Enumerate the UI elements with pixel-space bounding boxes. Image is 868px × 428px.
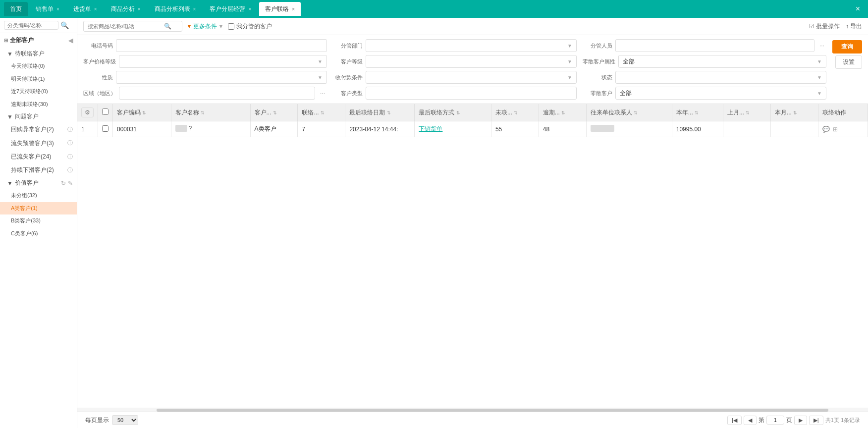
sidebar-all-customers[interactable]: ⊞ 全部客户 ◀ (0, 33, 77, 48)
column-settings-btn[interactable]: ⚙ (81, 107, 94, 117)
collapse-icon[interactable]: ◀ (68, 37, 73, 44)
tab-sales[interactable]: 销售单 × (30, 2, 65, 16)
select-all-checkbox[interactable] (102, 108, 108, 115)
filter-customer-type-select[interactable] (366, 87, 577, 100)
col-last-month-sort[interactable]: ⇅ (746, 110, 750, 115)
filter-price-level-select[interactable]: ▼ (119, 55, 327, 68)
prev-page-btn[interactable]: ◀ (744, 416, 757, 425)
filter-manager-dots[interactable]: ··· (817, 42, 826, 49)
filter-customer-level-select[interactable]: ▼ (366, 55, 577, 68)
sidebar-item-class-b[interactable]: B类客户(33) (0, 214, 77, 227)
query-button[interactable]: 查询 (832, 40, 862, 54)
filter-status-arrow: ▼ (817, 75, 822, 80)
tab-customer-contact[interactable]: 客户联络 × (259, 2, 301, 16)
col-no-contact: 未联... ⇅ (491, 104, 539, 121)
filter-retail-customer-select[interactable]: 全部 ▼ (615, 87, 826, 100)
col-last-contact-method-sort[interactable]: ⇅ (456, 110, 460, 115)
row-contact-cell: 7 (298, 121, 345, 137)
filter-payment-select[interactable]: ▼ (366, 71, 577, 84)
group-problem-customers[interactable]: ▼ 问题客户 (0, 110, 77, 123)
page-size-area: 每页显示 50 20 100 (85, 415, 138, 425)
sidebar-item-overdue-pending[interactable]: 逾期未联络(30) (0, 98, 77, 111)
last-page-btn[interactable]: ▶| (809, 416, 823, 425)
filter-phone-input[interactable] (116, 39, 327, 52)
col-type-sort[interactable]: ⇅ (273, 110, 277, 115)
filter-dept-select[interactable]: ▼ (366, 39, 577, 52)
first-page-btn[interactable]: |◀ (727, 416, 742, 425)
filter-retail-customer-arrow: ▼ (817, 91, 822, 96)
col-no-contact-sort[interactable]: ⇅ (514, 110, 518, 115)
row-checkbox[interactable] (102, 125, 108, 132)
edit-icon[interactable]: ✎ (68, 180, 73, 187)
col-contact-person-sort[interactable]: ⇅ (634, 110, 638, 115)
row-last-contact-method-value[interactable]: 下销货单 (419, 125, 442, 132)
window-close-button[interactable]: × (852, 4, 864, 13)
tab-analysis[interactable]: 商品分析 × (105, 2, 147, 16)
main-search-input[interactable] (88, 23, 162, 29)
settings-button[interactable]: 设置 (835, 55, 862, 69)
batch-op-btn[interactable]: ☑ 批量操作 (809, 22, 840, 31)
per-page-label: 每页显示 (85, 416, 109, 425)
close-sales-icon[interactable]: × (56, 6, 59, 12)
row-action-comment-icon[interactable]: 💬 (822, 126, 830, 133)
sidebar-item-abnormal-repurchase[interactable]: 回购异常客户(2) ⓘ (0, 123, 77, 136)
filter-region-dots[interactable]: ··· (318, 90, 327, 97)
sidebar-item-tomorrow-pending[interactable]: 明天待联络(1) (0, 73, 77, 86)
group-arrow-problem: ▼ (7, 113, 13, 120)
filter-price-level-arrow: ▼ (318, 59, 323, 64)
my-customers-checkbox[interactable] (228, 23, 234, 30)
sidebar-item-unclassified[interactable]: 未分组(32) (0, 189, 77, 202)
horizontal-scrollbar-thumb[interactable] (157, 409, 828, 412)
filter-manager-input[interactable] (615, 39, 814, 52)
sidebar-item-churn-warning[interactable]: 流失预警客户(3) ⓘ (0, 137, 77, 150)
col-checkbox (98, 104, 113, 121)
col-code-sort[interactable]: ⇅ (142, 110, 146, 115)
filter-status-select[interactable]: ▼ (615, 71, 826, 84)
row-this-month-cell (770, 121, 818, 137)
sidebar-item-class-c[interactable]: C类客户(6) (0, 227, 77, 240)
row-no-contact-value: 55 (495, 126, 502, 133)
col-this-month-sort[interactable]: ⇅ (793, 110, 797, 115)
filter-region-input[interactable] (119, 87, 315, 100)
tab-customer-seg[interactable]: 客户分层经营 × (204, 2, 257, 16)
close-purchase-icon[interactable]: × (94, 6, 97, 12)
main-search-icon[interactable]: 🔍 (164, 23, 171, 30)
col-contact-label: 联络... (302, 109, 319, 116)
per-page-select[interactable]: 50 20 100 (112, 415, 138, 425)
more-conditions-btn[interactable]: ▼ 更多条件 ▼ (186, 22, 224, 31)
page-input[interactable] (766, 416, 784, 425)
col-name-sort[interactable]: ⇅ (201, 110, 205, 115)
sidebar-item-declining[interactable]: 持续下滑客户(2) ⓘ (0, 163, 77, 177)
my-customers-checkbox-area[interactable]: 我分管的客户 (228, 22, 272, 31)
col-year-amount-sort[interactable]: ⇅ (695, 110, 699, 115)
sidebar-item-churned[interactable]: 已流失客户(24) ⓘ (0, 150, 77, 163)
row-action-link-icon[interactable]: ⊞ (833, 126, 838, 133)
col-overdue-sort[interactable]: ⇅ (561, 110, 565, 115)
col-contact-sort[interactable]: ⇅ (321, 110, 325, 115)
refresh-icon[interactable]: ↻ (61, 180, 66, 187)
export-icon: ↑ (846, 23, 849, 30)
tab-home[interactable]: 首页 (4, 2, 28, 16)
next-page-btn[interactable]: ▶ (794, 416, 807, 425)
filter-customer-type: 客户类型 (333, 87, 577, 100)
close-customer-seg-icon[interactable]: × (248, 6, 251, 12)
sidebar-item-today-pending[interactable]: 今天待联络(0) (0, 60, 77, 73)
group-value-customers[interactable]: ▼ 价值客户 ↻ ✎ (0, 177, 77, 189)
col-row-actions: 联络动作 (818, 104, 868, 121)
col-year-amount: 本年... ⇅ (672, 104, 723, 121)
sidebar-item-7days-pending[interactable]: 近7天待联络(0) (0, 85, 77, 98)
close-analysis-icon[interactable]: × (138, 6, 141, 12)
close-analysis-list-icon[interactable]: × (193, 6, 196, 12)
sidebar-search-input[interactable] (4, 21, 58, 30)
close-customer-contact-icon[interactable]: × (292, 6, 295, 12)
filter-customer-level-label: 客户等级 (333, 58, 363, 65)
sidebar-item-class-a[interactable]: A类客户(1) (0, 202, 77, 215)
tab-purchase[interactable]: 进货单 × (67, 2, 103, 16)
filter-retail-attr-select[interactable]: 全部 ▼ (618, 55, 826, 68)
filter-nature-select[interactable]: ▼ (116, 71, 327, 84)
col-last-contact-date-sort[interactable]: ⇅ (387, 110, 391, 115)
group-pending-contact[interactable]: ▼ 待联络客户 (0, 48, 77, 60)
sidebar-search-icon[interactable]: 🔍 (60, 21, 69, 29)
tab-analysis-list[interactable]: 商品分析列表 × (149, 2, 202, 16)
export-btn[interactable]: ↑ 导出 (846, 22, 862, 31)
